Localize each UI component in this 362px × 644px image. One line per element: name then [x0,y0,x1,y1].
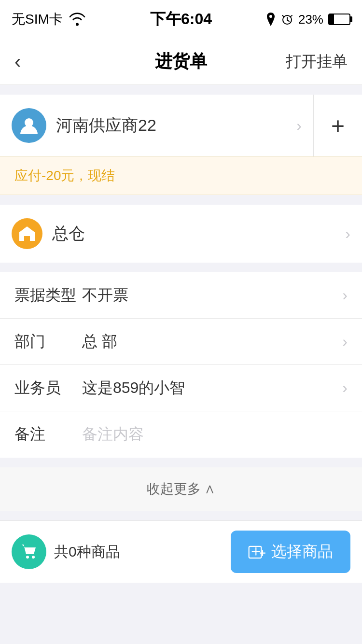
signal-text: 无SIM卡 [12,10,63,28]
person-icon [18,115,40,136]
content-area [0,583,362,644]
salesperson-value: 这是859的小智 [82,378,342,399]
cart-icon [19,542,39,562]
invoice-type-row[interactable]: 票据类型 不开票 › [0,272,362,319]
nav-bar: ‹ 进货单 打开挂单 [0,39,362,85]
page-title: 进货单 [155,50,207,73]
invoice-type-chevron-icon: › [342,286,348,304]
warehouse-section[interactable]: 总仓 › [0,205,362,263]
remark-label: 备注 [14,424,82,445]
salesperson-chevron-icon: › [342,379,348,397]
svg-point-3 [32,556,35,559]
status-right: 23% [265,12,350,27]
open-pending-button[interactable]: 打开挂单 [286,51,348,72]
remark-input[interactable]: 备注内容 [82,424,348,445]
warehouse-icon [12,218,42,249]
collapse-toggle[interactable]: 收起更多 ∧ [0,467,362,511]
svg-point-2 [26,556,29,559]
select-product-button[interactable]: 选择商品 [231,531,350,573]
svg-rect-4 [249,546,262,558]
department-row[interactable]: 部门 总 部 › [0,319,362,365]
select-product-label: 选择商品 [271,541,333,562]
bottom-bar: 共0种商品 选择商品 [0,520,362,583]
select-product-icon [248,543,265,560]
notice-banner: 应付-20元，现结 [0,156,362,195]
location-icon [265,13,276,26]
collapse-label: 收起更多 ∧ [147,480,216,498]
department-value: 总 部 [82,331,342,352]
warehouse-name: 总仓 [52,223,339,245]
status-left: 无SIM卡 [12,10,86,28]
invoice-type-value: 不开票 [82,285,342,306]
house-icon [18,224,36,243]
section-divider-1 [0,85,362,95]
department-label: 部门 [14,331,82,352]
warehouse-chevron-icon: › [345,225,350,243]
invoice-type-label: 票据类型 [14,285,82,306]
supplier-selector[interactable]: 河南供应商22 › [0,95,314,156]
supplier-chevron-icon: › [296,117,302,135]
form-section: 票据类型 不开票 › 部门 总 部 › 业务员 这是859的小智 › 备注 备注… [0,272,362,458]
department-chevron-icon: › [342,333,348,350]
salesperson-label: 业务员 [14,378,82,399]
remark-row[interactable]: 备注 备注内容 [0,411,362,458]
alarm-icon [281,13,293,26]
product-summary: 共0种商品 [12,534,120,569]
salesperson-row[interactable]: 业务员 这是859的小智 › [0,365,362,411]
supplier-section: 河南供应商22 › + [0,95,362,156]
supplier-avatar [12,108,46,143]
status-bar: 无SIM卡 下午6:04 23% [0,0,362,39]
battery-icon [328,14,350,25]
status-time: 下午6:04 [150,9,212,30]
supplier-name: 河南供应商22 [56,114,291,137]
battery-percentage: 23% [298,12,323,27]
cart-icon-wrap [12,534,46,569]
wifi-icon [69,13,86,26]
back-button[interactable]: ‹ [14,51,43,72]
product-count-text: 共0种商品 [54,542,120,562]
add-supplier-button[interactable]: + [314,95,362,156]
